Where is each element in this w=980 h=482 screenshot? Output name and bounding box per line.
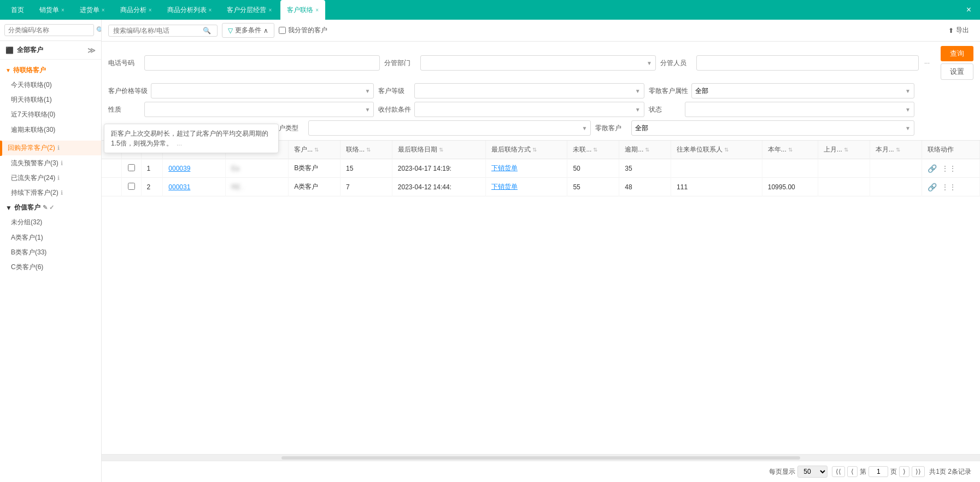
action-grid-icon-2[interactable]: ⋮⋮: [941, 183, 956, 191]
pending-contact-title[interactable]: ▼ 待联络客户: [0, 63, 101, 78]
sidebar-item-churn-warning[interactable]: 流失预警客户(3) ℹ: [0, 156, 101, 171]
retail-cust-arrow-icon: ▼: [905, 125, 911, 131]
td-method-2[interactable]: 下销货单: [485, 178, 567, 196]
th-contact-person[interactable]: 往来单位联系人⇅: [671, 141, 762, 159]
sidebar-item-churned[interactable]: 已流失客户(24) ℹ: [0, 171, 101, 185]
price-level-select[interactable]: ▼: [151, 83, 374, 98]
prev-page-btn[interactable]: ⟨: [847, 466, 858, 477]
status-select[interactable]: ▼: [685, 102, 914, 117]
my-customers-checkbox[interactable]: 我分管的客户: [279, 26, 327, 35]
scrollbar-track[interactable]: [281, 456, 801, 460]
nature-select[interactable]: ▼: [144, 102, 374, 117]
info-icon-churn-warning[interactable]: ℹ: [61, 159, 63, 169]
nav-purchase-order[interactable]: 进货单 ×: [73, 0, 112, 20]
th-cust-type[interactable]: 客户...⇅: [289, 141, 341, 159]
window-close-button[interactable]: ×: [962, 3, 976, 17]
sidebar-item-class-c[interactable]: C类客户(6): [0, 260, 101, 275]
th-uncontacted[interactable]: 未联...⇅: [567, 141, 619, 159]
field-phone: 电话号码: [108, 55, 380, 71]
sort-person-icon: ⇅: [724, 147, 729, 153]
retail-cust-select[interactable]: 全部 ▼: [631, 120, 914, 136]
scrollbar-area[interactable]: [102, 454, 980, 461]
th-overdue[interactable]: 逾期...⇅: [619, 141, 671, 159]
sidebar-item-repurchase-anomaly[interactable]: 回购异常客户(2) ℹ: [2, 141, 101, 155]
sidebar-item-7days[interactable]: 近7天待联络(0): [0, 107, 101, 122]
sidebar-search-input[interactable]: [4, 24, 94, 36]
td-year-2: 10995.00: [762, 178, 818, 196]
manager-dots[interactable]: ···: [922, 59, 932, 67]
nav-customer-contact[interactable]: 客户联络 ×: [280, 0, 325, 20]
payment-select[interactable]: ▼: [414, 102, 644, 117]
close-product-analysis-list-icon[interactable]: ×: [209, 7, 212, 13]
sidebar-item-class-b[interactable]: B类客户(33): [0, 245, 101, 260]
td-checkbox-1[interactable]: [121, 159, 141, 178]
retail-attr-select[interactable]: 全部 ▼: [691, 83, 914, 98]
close-customer-tier-icon[interactable]: ×: [268, 7, 272, 13]
close-product-analysis-icon[interactable]: ×: [149, 7, 152, 13]
dept-select[interactable]: ▼: [420, 55, 656, 71]
nav-sales-order[interactable]: 销货单 ×: [33, 0, 71, 20]
per-page-select[interactable]: 50 20 100: [797, 466, 828, 478]
query-btn[interactable]: 查询: [941, 46, 973, 61]
info-icon-repurchase[interactable]: ℹ: [57, 144, 60, 152]
close-purchase-order-icon[interactable]: ×: [102, 7, 105, 13]
action-link-icon-2[interactable]: 🔗: [928, 183, 937, 191]
value-customer-group[interactable]: ▼ 价值客户 ✎ ✓: [0, 200, 101, 215]
sidebar-all-customers[interactable]: ⬛ 全部客户 ≫: [0, 41, 101, 60]
action-link-icon-1[interactable]: 🔗: [928, 164, 937, 173]
row2-checkbox[interactable]: [128, 183, 135, 190]
next-page-btn[interactable]: ⟩: [899, 466, 909, 477]
nav-product-analysis-list[interactable]: 商品分析列表 ×: [161, 0, 219, 20]
td-code-2[interactable]: 000031: [163, 178, 226, 196]
th-contact-count[interactable]: 联络...⇅: [341, 141, 392, 159]
td-code-1[interactable]: 000039: [163, 159, 226, 178]
export-btn[interactable]: ⬆ 导出: [944, 24, 973, 37]
sidebar-item-today[interactable]: 今天待联络(0): [0, 78, 101, 92]
table-footer: 每页显示 50 20 100 ⟨⟨ ⟨ 第 页 ⟩ ⟩⟩ 共1页 2条记录: [102, 461, 980, 482]
th-last-month[interactable]: 上月...⇅: [818, 141, 870, 159]
sidebar-search-area: 🔍: [0, 20, 101, 41]
table-row: 1 000039 Ea B类客户 15 2023-04-17 14:19: 下销…: [102, 159, 980, 178]
sidebar-item-tomorrow[interactable]: 明天待联络(1): [0, 92, 101, 107]
info-icon-declining[interactable]: ℹ: [61, 188, 63, 198]
cust-level-select[interactable]: ▼: [414, 83, 644, 98]
sidebar-item-declining[interactable]: 持续下滑客户(2) ℹ: [0, 185, 101, 200]
nature-arrow-icon: ▼: [365, 107, 370, 113]
set-btn[interactable]: 设置: [941, 63, 973, 80]
main-search-input[interactable]: [113, 27, 201, 34]
sidebar-item-class-a[interactable]: A类客户(1): [0, 230, 101, 245]
close-sales-order-icon[interactable]: ×: [61, 7, 64, 13]
nav-product-analysis[interactable]: 商品分析 ×: [114, 0, 159, 20]
sidebar-item-unclassified[interactable]: 未分组(32): [0, 215, 101, 230]
edit-group-icon[interactable]: ✎ ✓: [43, 204, 54, 211]
th-last-contact-method[interactable]: 最后联络方式⇅: [485, 141, 567, 159]
th-this-year[interactable]: 本年...⇅: [762, 141, 818, 159]
td-date-1: 2023-04-17 14:19:: [392, 159, 485, 178]
sidebar-item-overdue[interactable]: 逾期未联络(30): [0, 123, 101, 137]
cust-type-select[interactable]: ▼: [308, 120, 591, 136]
td-checkbox-2[interactable]: [121, 178, 141, 196]
nav-home[interactable]: 首页: [4, 0, 31, 20]
last-page-btn[interactable]: ⟩⟩: [912, 466, 925, 477]
page-input[interactable]: [868, 466, 888, 477]
field-dept: 分管部门 ▼: [384, 55, 656, 71]
td-index-2: 2: [141, 178, 163, 196]
th-this-month[interactable]: 本月...⇅: [870, 141, 922, 159]
manager-input[interactable]: [696, 55, 919, 71]
th-last-contact-date[interactable]: 最后联络日期⇅: [392, 141, 485, 159]
phone-input[interactable]: [144, 55, 380, 71]
filter-search-icon[interactable]: 🔍: [203, 27, 211, 34]
sidebar-search-icon[interactable]: 🔍: [96, 26, 102, 34]
action-grid-icon-1[interactable]: ⋮⋮: [941, 164, 956, 173]
my-customers-checkbox-input[interactable]: [279, 27, 286, 34]
row1-checkbox[interactable]: [128, 164, 135, 171]
sidebar-collapse-btn[interactable]: ≫: [87, 46, 96, 55]
close-customer-contact-icon[interactable]: ×: [315, 7, 319, 13]
nav-customer-tier[interactable]: 客户分层经营 ×: [220, 0, 278, 20]
tooltip-more-icon[interactable]: ...: [177, 140, 182, 147]
main-layout: 🔍 ⬛ 全部客户 ≫ ▼ 待联络客户 今天待联络(0) 明天待联络(1) 近7天…: [0, 20, 980, 482]
more-conditions-btn[interactable]: ▽ 更多条件 ∧: [222, 23, 274, 38]
info-icon-churned[interactable]: ℹ: [57, 173, 60, 183]
td-method-1[interactable]: 下销货单: [485, 159, 567, 178]
first-page-btn[interactable]: ⟨⟨: [832, 466, 845, 477]
